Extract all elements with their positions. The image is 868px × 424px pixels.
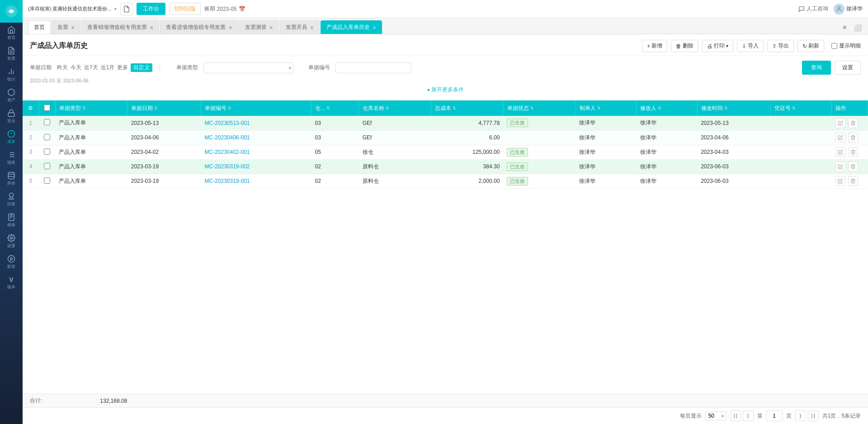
prev-page-button[interactable]: ⟨ — [743, 410, 754, 421]
th-status[interactable]: 单据状态⇅ — [503, 100, 576, 116]
new-button[interactable]: + 新增 — [642, 40, 667, 52]
number-input[interactable] — [335, 62, 411, 73]
th-type[interactable]: 单据类型⇅ — [55, 100, 127, 116]
import-button[interactable]: ⇩ 导入 — [737, 40, 764, 52]
row-select-checkbox[interactable] — [44, 163, 50, 169]
last-page-button[interactable]: ⟩⟩ — [808, 410, 819, 421]
th-modifier[interactable]: 修改人⇅ — [637, 100, 698, 116]
sidebar-item-stamp[interactable]: 印章 — [0, 189, 23, 210]
tab-invoice-calc[interactable]: 发票测算 × — [239, 20, 279, 34]
row-modifier: 徐泽华 — [637, 174, 698, 188]
user-info[interactable]: 徐泽华 — [834, 4, 863, 14]
row-edit-button[interactable] — [835, 162, 845, 172]
th-warehouse-name[interactable]: 仓库名称⇅ — [359, 100, 431, 116]
shortcut-today[interactable]: 今天 — [71, 64, 81, 71]
shortcut-1month[interactable]: 近1月 — [101, 64, 115, 71]
th-number[interactable]: 单据编号⇅ — [201, 100, 311, 116]
tab-invoice-calc-close[interactable]: × — [269, 24, 273, 31]
row-number-link[interactable]: MC-20230319-001 — [204, 178, 250, 184]
shortcut-7days[interactable]: 近7天 — [84, 64, 98, 71]
row-date: 2023-03-19 — [127, 174, 201, 188]
calendar-icon[interactable]: 📅 — [239, 6, 245, 12]
expand-filter-button[interactable]: ▾ 展开更多条件 — [427, 86, 464, 94]
sidebar-item-tax[interactable]: 税务 — [0, 210, 23, 231]
shortcut-yesterday[interactable]: 昨天 — [57, 64, 68, 71]
sidebar-item-lock[interactable]: 安全 — [0, 106, 23, 127]
sidebar-item-version[interactable]: V 版本 — [0, 272, 23, 293]
row-number-link[interactable]: MC-20230402-001 — [204, 149, 250, 155]
th-voucher[interactable]: 凭证号⇅ — [771, 100, 832, 116]
date-range: 2023-01-01 至 2023-06-06 — [30, 77, 89, 84]
row-select-checkbox[interactable] — [44, 148, 50, 155]
row-select-checkbox[interactable] — [44, 119, 50, 125]
tab-check-purchase[interactable]: 查看进项增值税专用发票 × — [160, 20, 238, 34]
show-detail-toggle[interactable]: 显示明细 — [831, 42, 861, 50]
sidebar-item-inventory[interactable]: 库存 — [0, 168, 23, 189]
sidebar-item-cost[interactable]: 成本 — [0, 127, 23, 148]
row-mtime: 2023-06-03 — [697, 174, 771, 188]
export-button[interactable]: ⇧ 导出 — [767, 40, 794, 52]
row-delete-button[interactable] — [848, 118, 858, 128]
company-selector[interactable]: (库存核算) 直播轻抚通信息技术股份... ▾ — [28, 5, 117, 12]
th-date[interactable]: 单据日期⇅ — [127, 100, 201, 116]
row-number-link[interactable]: MC-20230513-001 — [204, 120, 250, 126]
row-delete-button[interactable] — [848, 162, 858, 172]
page-number-input[interactable]: 1 — [766, 410, 783, 421]
filter-settings-button[interactable]: 设置 — [835, 61, 861, 75]
tab-invoice[interactable]: 发票 × — [52, 20, 80, 34]
tab-check-sales[interactable]: 查看销项增值税专用发票 × — [81, 20, 159, 34]
sort-creator-icon: ⇅ — [597, 106, 601, 110]
th-creator[interactable]: 制单人⇅ — [576, 100, 637, 116]
sidebar-item-settings[interactable]: 设置 — [0, 231, 23, 252]
th-settings[interactable]: ⚙ — [23, 100, 39, 116]
row-wcode: 05 — [311, 145, 359, 159]
row-select-checkbox[interactable] — [44, 134, 50, 140]
tab-invoice-open-close[interactable]: × — [310, 24, 314, 31]
app-logo[interactable] — [0, 0, 23, 23]
refresh-button[interactable]: ↻ 刷新 — [797, 40, 824, 52]
tab-invoice-close[interactable]: × — [71, 24, 75, 31]
first-page-button[interactable]: ⟨⟨ — [730, 410, 741, 421]
th-warehouse-code[interactable]: 仓...⇅ — [311, 100, 359, 116]
row-edit-button[interactable] — [835, 147, 845, 157]
delete-button[interactable]: 🗑 删除 — [671, 40, 698, 52]
print-button[interactable]: 🖨 打印 ▾ — [702, 40, 733, 52]
tab-invoice-open[interactable]: 发票开具 × — [280, 20, 320, 34]
row-number-link[interactable]: MC-20230406-001 — [204, 134, 250, 141]
tab-check-sales-close[interactable]: × — [150, 24, 153, 31]
select-all-checkbox[interactable] — [44, 105, 50, 111]
sidebar-item-media[interactable]: 影音 — [0, 252, 23, 272]
sidebar-item-analytics[interactable]: 统计 — [0, 64, 23, 85]
shortcut-custom[interactable]: 自定义 — [131, 63, 152, 72]
tab-close-all-button[interactable]: × — [840, 23, 849, 33]
row-delete-button[interactable] — [848, 147, 858, 157]
row-select-checkbox[interactable] — [44, 177, 50, 184]
th-total-cost[interactable]: 总成本⇅ — [431, 100, 503, 116]
sidebar-item-assets[interactable]: 资产 — [0, 85, 23, 106]
row-edit-button[interactable] — [835, 133, 845, 143]
sidebar-item-home[interactable]: 首页 — [0, 23, 23, 43]
page-size-select[interactable]: 20 50 100 — [705, 411, 726, 420]
th-modify-time[interactable]: 修改时间⇅ — [697, 100, 771, 116]
query-button[interactable]: 查询 — [802, 61, 831, 75]
row-delete-button[interactable] — [848, 133, 858, 143]
tab-expand-button[interactable]: ⬜ — [851, 23, 864, 32]
sidebar-item-invoice[interactable]: 发票 — [0, 43, 23, 64]
tab-product-history-close[interactable]: × — [373, 24, 376, 31]
workbench-button[interactable]: 工作台 — [137, 3, 165, 15]
next-page-button[interactable]: ⟩ — [795, 410, 806, 421]
show-detail-checkbox[interactable] — [831, 43, 837, 49]
service-button[interactable]: 人工咨询 — [798, 5, 828, 13]
row-number-link[interactable]: MC-20230319-002 — [204, 163, 250, 170]
tab-product-history[interactable]: 产成品入库单历史 × — [321, 20, 382, 34]
type-select[interactable]: 产品入库单 — [203, 62, 294, 73]
doc-icon[interactable] — [120, 3, 133, 15]
row-edit-button[interactable] — [835, 176, 845, 186]
switch-period-button[interactable]: 切到旧版 — [169, 3, 201, 15]
row-delete-button[interactable] — [848, 176, 858, 186]
shortcut-more[interactable]: 更多 — [117, 64, 128, 71]
tab-check-purchase-close[interactable]: × — [228, 24, 232, 31]
row-edit-button[interactable] — [835, 118, 845, 128]
tab-home[interactable]: 首页 — [28, 20, 51, 34]
sidebar-item-reports[interactable]: 报表 — [0, 148, 23, 168]
